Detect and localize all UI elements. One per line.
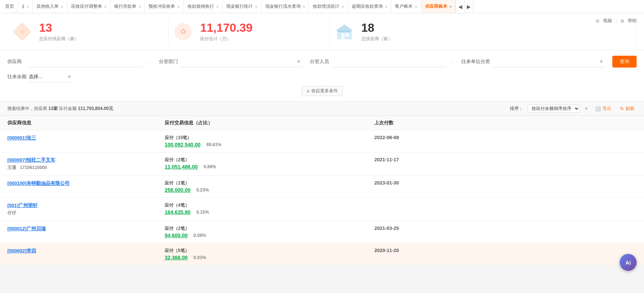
result-text: 搜索结果中，供应商 13家 应付金额 111,703,854.00元 — [7, 106, 113, 112]
table-row: [000001]张三 应付（15笔） 100,092,540.00 89.61%… — [0, 130, 644, 152]
supplier-link-5[interactable]: [000012]广州贝瑞 — [7, 225, 165, 232]
nav-tab-cash-bank-flow[interactable]: 现金银行流水查询 × — [262, 0, 309, 13]
last-pay-2: 2021-11-17 — [374, 157, 479, 162]
nav-tab-home[interactable]: 首页 — [1, 0, 18, 13]
collapse-button[interactable]: ∧ 收起更多条件 — [302, 86, 343, 96]
transaction-label-6: 应付（5笔） — [165, 248, 374, 254]
transaction-amount-4[interactable]: 164,635.90 — [165, 209, 190, 215]
nav-tab-customer-account-label: 客户账本 — [395, 3, 413, 10]
transaction-percent-2: 9.89% — [204, 164, 216, 169]
svg-text:✿: ✿ — [180, 27, 186, 35]
search-button[interactable]: 查询 — [612, 56, 637, 68]
nav-tab-customer-account-close[interactable]: × — [415, 4, 417, 9]
supplier-link-6[interactable]: [000002]李四 — [7, 248, 165, 254]
nav-tab-cash-bank-stats[interactable]: 现金银行统计 × — [223, 0, 261, 13]
last-pay-6: 2020-11-20 — [374, 248, 479, 253]
transaction-amount-5[interactable]: 94,600.00 — [165, 232, 188, 238]
nav-tab-bank-deposit-close[interactable]: × — [139, 4, 141, 9]
nav-arrow-left[interactable]: ◀ — [456, 0, 465, 13]
export-button[interactable]: ⬜ 导出 — [593, 105, 613, 113]
collapse-up-icon: ∧ — [307, 89, 310, 94]
category-select[interactable] — [492, 59, 605, 64]
nav-tab-collection-exec[interactable]: 收款核销执行 × — [184, 0, 223, 13]
transaction-label-5: 应付（2笔） — [165, 225, 374, 232]
result-prefix: 搜索结果中，供应商 — [7, 106, 47, 111]
nav-tab-cash-bank-stats-close[interactable]: × — [255, 4, 257, 9]
nav-tab-3[interactable]: 3 × — [18, 0, 33, 13]
svg-marker-5 — [336, 24, 353, 31]
supplier-input[interactable] — [28, 56, 143, 67]
export-label: 导出 — [602, 106, 611, 112]
sort-select[interactable]: 按应付余额倒序排序 — [528, 104, 580, 113]
result-count: 13家 — [48, 106, 57, 111]
person-input[interactable] — [331, 56, 446, 67]
transaction-5: 应付（2笔） 94,600.00 0.08% — [165, 225, 374, 238]
transaction-6: 应付（5笔） 32,366.00 0.03% — [165, 248, 374, 261]
last-pay-date-2: 2021-11-17 — [374, 157, 399, 162]
transaction-percent-5: 0.08% — [193, 233, 206, 238]
stat-number-payable-supplier: 13 — [39, 21, 79, 34]
dept-select[interactable] — [180, 59, 303, 64]
nav-tab-customer-account[interactable]: 客户账本 × — [391, 0, 421, 13]
ai-label: Ai — [626, 259, 631, 266]
nav-tab-overdue-collect[interactable]: 超期应收款查询 × — [348, 0, 391, 13]
payable-amount: 111,703,854.00元 — [78, 106, 113, 111]
last-pay-date-5: 2021-03-25 — [374, 225, 399, 231]
nav-tab-collection-stats-label: 收款情况统计 — [313, 3, 339, 10]
last-pay-5: 2021-03-25 — [374, 225, 479, 231]
nav-tab-supplier-account[interactable]: 供应商账本 × — [421, 0, 456, 13]
supplier-link-4[interactable]: [001]广州荣轩 — [7, 202, 165, 209]
svg-rect-7 — [345, 34, 349, 37]
main-table: 供应商信息 应付交易信息（占比） 上次付数 [000001]张三 应付（15笔）… — [0, 116, 644, 265]
supplier-ellipsis-icon[interactable]: ··· — [147, 59, 151, 65]
supplier-link-2[interactable]: [000007]恒旺二手叉车 — [7, 157, 165, 163]
transaction-info-5: 应付（2笔） 94,600.00 0.08% — [165, 225, 374, 238]
nav-tab-3-close[interactable]: × — [27, 4, 29, 9]
transaction-percent-1: 89.61% — [206, 142, 221, 147]
person-ellipsis-icon[interactable]: ··· — [449, 59, 454, 65]
transaction-amount-2[interactable]: 11,051,486.00 — [165, 164, 198, 170]
dept-label: 分管部门 — [159, 58, 178, 65]
nav-tab-collection-stats-close[interactable]: × — [342, 4, 344, 9]
col-header-transaction: 应付交易信息（占比） — [165, 120, 374, 126]
video-link[interactable]: 视频 — [603, 18, 612, 24]
category-select-wrapper: ▼ — [492, 56, 605, 67]
transaction-amount-6[interactable]: 32,366.00 — [165, 255, 188, 261]
nav-tab-collection-stats[interactable]: 收款情况统计 × — [309, 0, 348, 13]
transaction-label-4: 应付（4笔） — [165, 202, 374, 208]
filter-item-balance: 往来余额 选择... ▼ — [7, 71, 73, 82]
result-bar-right: 排序： 按应付余额倒序排序 ▼ ⬜ 导出 ↻ 刷新 — [510, 104, 637, 113]
transaction-info-4: 应付（4笔） 164,635.90 0.15% — [165, 202, 374, 215]
nav-tab-collection-exec-close[interactable]: × — [216, 4, 218, 9]
export-icon: ⬜ — [595, 106, 601, 111]
nav-tab-collection-exec-label: 收款核销执行 — [188, 3, 214, 10]
filter-item-category: 往来单位分类 ▼ — [461, 56, 605, 67]
supplier-link-3[interactable]: [000100]本特勤油品有限公司 — [7, 180, 165, 187]
table-row: [001]广州荣轩 仔仔 应付（4笔） 164,635.90 0.15% — [0, 198, 644, 221]
nav-tab-other-income[interactable]: 其他收入单 × — [33, 0, 67, 13]
nav-tab-bank-deposit[interactable]: 银行存款单 × — [111, 0, 145, 13]
nav-tab-payable-adjust[interactable]: 应收应付调整单 × — [67, 0, 111, 13]
transaction-amount-3[interactable]: 258,000.00 — [165, 187, 190, 193]
nav-tab-advance-collect-close[interactable]: × — [177, 4, 179, 9]
supplier-link-1[interactable]: [000001]张三 — [7, 135, 165, 141]
last-pay-1: 2022-08-08 — [374, 135, 479, 140]
balance-select[interactable]: 选择... — [29, 74, 73, 79]
result-bar: 搜索结果中，供应商 13家 应付金额 111,703,854.00元 排序： 按… — [0, 101, 644, 116]
nav-arrow-right[interactable]: ▶ — [465, 0, 473, 13]
help-link[interactable]: 帮助 — [628, 18, 637, 24]
nav-tab-other-income-close[interactable]: × — [61, 4, 63, 9]
nav-tab-payable-adjust-close[interactable]: × — [104, 4, 106, 9]
nav-tab-overdue-collect-close[interactable]: × — [385, 4, 387, 9]
video-icon: ⊙ — [596, 18, 599, 24]
nav-tab-cash-bank-flow-close[interactable]: × — [303, 4, 305, 9]
nav-tab-supplier-account-close[interactable]: × — [449, 4, 452, 9]
supplier-label: 供应商 — [7, 58, 26, 65]
transaction-amount-1[interactable]: 100,092,540.00 — [165, 142, 200, 148]
balance-select-wrapper: 选择... ▼ — [29, 71, 73, 82]
refresh-button[interactable]: ↻ 刷新 — [618, 105, 637, 113]
header-stats: ◇ 13 总应付供应商（家） ✿ 11,170.39 应付合计（万） — [0, 13, 644, 51]
nav-tab-advance-collect[interactable]: 预收冲应收单 × — [145, 0, 183, 13]
transaction-3: 应付（1笔） 258,000.00 0.23% — [165, 180, 374, 193]
nav-tab-home-label: 首页 — [5, 3, 14, 10]
